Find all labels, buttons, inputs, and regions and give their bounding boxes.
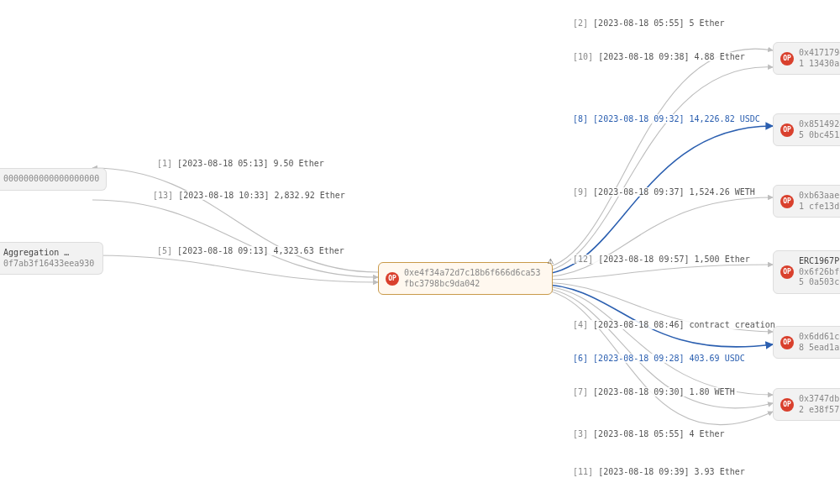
right-node-5[interactable]: OP 0x6dd61c69415c8 5ead1a5b4d: [773, 326, 840, 359]
edge-label-10[interactable]: [10] [2023-08-18 09:38] 4.88 Ether: [571, 52, 747, 61]
node-name: ERC1967Proxy: [799, 256, 840, 267]
edge-2[interactable]: [538, 49, 773, 269]
edge-label-6[interactable]: [6] [2023-08-18 09:28] 403.69 USDC: [571, 354, 747, 363]
edge-5[interactable]: [92, 255, 378, 282]
edge-label-9[interactable]: [9] [2023-08-18 09:37] 1,524.26 WETH: [571, 187, 757, 197]
center-node[interactable]: ⚠ OP 0xe4f34a72d7c18b6f666d6ca53fbc3798b…: [378, 262, 553, 295]
right-node-3[interactable]: OP 0xb63aae6c35361 cfe13d10ba: [773, 185, 840, 218]
op-badge-icon: OP: [780, 336, 794, 349]
edge-label-7[interactable]: [7] [2023-08-18 09:30] 1.80 WETH: [571, 387, 737, 396]
op-badge-icon: OP: [780, 265, 794, 279]
node-address: 0x3747dbbcb5c02 e38f571af9: [799, 394, 840, 415]
left-node-2[interactable]: Aggregation … 0f7ab3f16433eea930: [0, 242, 103, 275]
node-address: 0x6f26bf09b1c75 0a503c0281: [799, 267, 840, 288]
edge-label-12[interactable]: [12] [2023-08-18 09:57] 1,500 Ether: [571, 255, 752, 264]
right-node-2[interactable]: OP 0x85149247691d5 0bc45154a9: [773, 113, 840, 146]
op-badge-icon: OP: [780, 123, 794, 137]
left-node-1[interactable]: 0000000000000000000: [0, 168, 107, 191]
edge-label-1[interactable]: [1] [2023-08-18 05:13] 9.50 Ether: [155, 159, 326, 168]
node-address: 0x6dd61c69415c8 5ead1a5b4d: [799, 332, 840, 353]
right-node-6[interactable]: OP 0x3747dbbcb5c02 e38f571af9: [773, 388, 840, 421]
node-address: 0000000000000000000: [3, 174, 99, 185]
node-address: 0f7ab3f16433eea930: [3, 259, 94, 270]
edge-label-5[interactable]: [5] [2023-08-18 09:13] 4,323.63 Ether: [155, 246, 346, 255]
node-address: 0x85149247691d5 0bc45154a9: [799, 119, 840, 140]
edge-label-8[interactable]: [8] [2023-08-18 09:32] 14,226.82 USDC: [571, 114, 762, 123]
op-badge-icon: OP: [780, 398, 794, 412]
edge-label-4[interactable]: [4] [2023-08-18 08:46] contract creation: [571, 320, 777, 329]
op-badge-icon: OP: [780, 195, 794, 208]
edge-label-11[interactable]: [11] [2023-08-18 09:39] 3.93 Ether: [571, 467, 747, 476]
op-badge-icon: OP: [780, 52, 794, 66]
node-address: 0xb63aae6c35361 cfe13d10ba: [799, 191, 840, 212]
op-badge-icon: OP: [386, 272, 399, 286]
edge-13[interactable]: [92, 200, 378, 277]
edge-label-3[interactable]: [3] [2023-08-18 05:55] 4 Ether: [571, 429, 727, 438]
edge-7[interactable]: [538, 286, 773, 395]
node-name: Aggregation …: [3, 248, 94, 259]
edge-label-13[interactable]: [13] [2023-08-18 10:33] 2,832.92 Ether: [151, 191, 347, 200]
right-node-1[interactable]: OP 0x417179df13ba1 13430a20e0: [773, 42, 840, 75]
warning-icon: ⚠: [548, 255, 554, 266]
edge-10[interactable]: [538, 67, 773, 272]
flow-edges: [0, 0, 840, 504]
node-address: 0x417179df13ba1 13430a20e0: [799, 48, 840, 69]
center-address: 0xe4f34a72d7c18b6f666d6ca53fbc3798bc9da0…: [404, 268, 545, 289]
edge-label-2[interactable]: [2] [2023-08-18 05:55] 5 Ether: [571, 18, 727, 28]
right-node-4[interactable]: OP ERC1967Proxy 0x6f26bf09b1c75 0a503c02…: [773, 250, 840, 294]
